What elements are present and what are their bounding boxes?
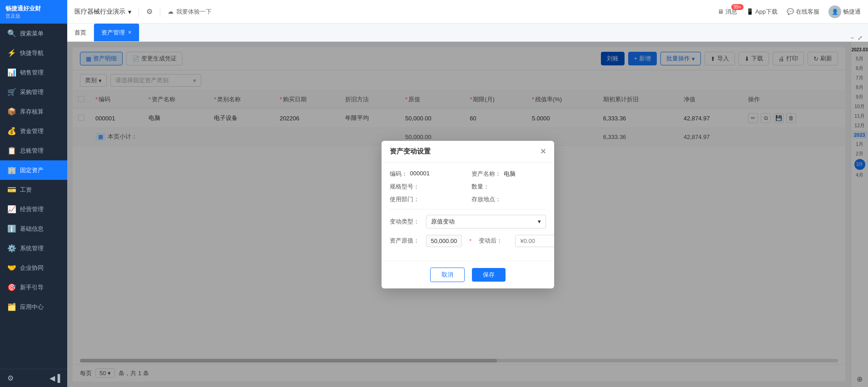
sidebar-item-system[interactable]: ⚙️ 系统管理 bbox=[0, 238, 67, 258]
change-type-value: 原值变动 bbox=[431, 218, 455, 226]
dialog-quantity: 数量： bbox=[471, 183, 546, 191]
app-download-btn[interactable]: 📱 App下载 bbox=[746, 8, 778, 16]
sidebar-item-search[interactable]: 🔍 搜索菜单 bbox=[0, 24, 67, 43]
quick-nav-icon: ⚡ bbox=[7, 49, 15, 57]
original-value-label: 资产原值： bbox=[390, 237, 422, 245]
sidebar-item-fixed-assets[interactable]: 🏢 固定资产 bbox=[0, 160, 67, 180]
app-download-label: App下载 bbox=[755, 8, 778, 16]
after-change-input[interactable] bbox=[515, 235, 554, 247]
sidebar-item-operations[interactable]: 📈 经营管理 bbox=[0, 199, 67, 219]
purchase-icon: 🛒 bbox=[7, 88, 15, 96]
dialog-dept: 使用部门： bbox=[390, 195, 464, 203]
dialog-asset-name-value: 电脑 bbox=[504, 170, 516, 178]
original-value-display: 50,000.00 bbox=[426, 235, 462, 247]
topbar: 医疗器械行业演示 ▾ ⚙ ☁ 我要体验一下 🖥 消息 99+ 📱 App下载 💬… bbox=[67, 0, 868, 24]
dialog-location: 存放地点： bbox=[471, 195, 546, 203]
change-type-control: 原值变动 ▾ bbox=[426, 215, 546, 228]
sidebar-item-sales[interactable]: 📊 销售管理 bbox=[0, 63, 67, 82]
expand-icon[interactable]: ⤢ bbox=[858, 35, 863, 41]
required-star: * bbox=[469, 238, 471, 244]
message-btn[interactable]: 🖥 消息 99+ bbox=[718, 8, 737, 16]
user-profile[interactable]: 👤 畅捷通 bbox=[828, 5, 861, 18]
sidebar-item-label: 固定资产 bbox=[20, 166, 44, 174]
sidebar-item-label: 采购管理 bbox=[20, 88, 44, 96]
user-name: 畅捷通 bbox=[843, 8, 861, 16]
message-icon: 🖥 bbox=[718, 8, 724, 15]
sidebar-item-app-center[interactable]: 🗂️ 应用中心 bbox=[0, 297, 67, 317]
dialog-change-type-row: 变动类型： 原值变动 ▾ bbox=[390, 215, 546, 228]
collab-icon: 🤝 bbox=[7, 263, 15, 272]
settings-button[interactable]: ⚙ bbox=[146, 7, 153, 16]
experience-label: 我要体验一下 bbox=[176, 8, 212, 16]
change-type-select[interactable]: 原值变动 ▾ bbox=[426, 215, 546, 228]
app-download-icon: 📱 bbox=[746, 8, 754, 15]
base-info-icon: ℹ️ bbox=[7, 224, 15, 233]
page-content: ▦ 资产明细 📄 变更生成凭证 刘账 + 新增 bbox=[67, 42, 868, 387]
collapse-icon[interactable]: ◀▐ bbox=[50, 374, 60, 382]
topbar-divider bbox=[139, 7, 139, 16]
dialog-model: 规格型号： bbox=[390, 183, 464, 191]
sidebar-item-base-info[interactable]: ℹ️ 基础信息 bbox=[0, 219, 67, 238]
sidebar-item-label: 新手引导 bbox=[20, 283, 44, 292]
sidebar-bottom: ⚙ ◀▐ bbox=[0, 369, 67, 387]
sidebar-item-inventory[interactable]: 📦 库存核算 bbox=[0, 102, 67, 121]
dialog-body: 编码： 000001 资产名称： 电脑 规格型号： 数量： bbox=[382, 163, 554, 261]
sidebar-item-purchase[interactable]: 🛒 采购管理 bbox=[0, 82, 67, 102]
app-subtitle: 普及版 bbox=[5, 13, 41, 20]
tab-close-icon[interactable]: ✕ bbox=[128, 30, 132, 35]
original-value-control: 50,000.00 bbox=[426, 235, 462, 247]
guide-icon: 🎯 bbox=[7, 283, 15, 292]
tab-home[interactable]: 首页 bbox=[67, 24, 94, 41]
dialog-close-btn[interactable]: ✕ bbox=[540, 147, 546, 156]
sidebar-item-quick-nav[interactable]: ⚡ 快捷导航 bbox=[0, 43, 67, 63]
search-icon: 🔍 bbox=[7, 29, 15, 38]
ledger-icon: 📋 bbox=[7, 146, 15, 155]
online-service-label: 在线客服 bbox=[796, 8, 819, 16]
sidebar-item-label: 应用中心 bbox=[20, 303, 44, 311]
cloud-icon: ☁ bbox=[168, 8, 174, 15]
fixed-assets-icon: 🏢 bbox=[7, 166, 15, 174]
cancel-button[interactable]: 取消 bbox=[430, 268, 465, 282]
sidebar-item-label: 销售管理 bbox=[20, 69, 44, 77]
dialog-original-value-row: 资产原值： 50,000.00 * 变动后： bbox=[390, 235, 546, 247]
dialog-divider bbox=[390, 209, 546, 209]
sidebar-logo: 畅捷通好业财 普及版 bbox=[0, 0, 67, 24]
sidebar-item-label: 经营管理 bbox=[20, 205, 44, 213]
company-name: 医疗器械行业演示 bbox=[74, 8, 125, 16]
sidebar-item-payroll[interactable]: 💳 工资 bbox=[0, 180, 67, 199]
settings-icon[interactable]: ⚙ bbox=[7, 374, 14, 382]
sidebar-item-finance[interactable]: 💰 资金管理 bbox=[0, 121, 67, 141]
topbar-divider2 bbox=[160, 7, 160, 16]
inventory-icon: 📦 bbox=[7, 107, 15, 116]
change-type-label: 变动类型： bbox=[390, 218, 422, 226]
tab-asset-label: 资产管理 bbox=[101, 29, 125, 37]
message-badge: 99+ bbox=[731, 4, 744, 10]
sidebar-item-label: 总账管理 bbox=[20, 147, 44, 155]
dialog-code: 编码： 000001 bbox=[390, 170, 464, 178]
save-button[interactable]: 保存 bbox=[472, 268, 506, 282]
company-selector[interactable]: 医疗器械行业演示 ▾ bbox=[74, 8, 131, 16]
sidebar-item-label: 工资 bbox=[20, 186, 32, 194]
sidebar: 畅捷通好业财 普及版 🔍 搜索菜单 ⚡ 快捷导航 📊 销售管理 🛒 采购管理 📦… bbox=[0, 0, 67, 387]
experience-btn[interactable]: ☁ 我要体验一下 bbox=[168, 8, 212, 16]
sidebar-item-collab[interactable]: 🤝 企业协同 bbox=[0, 258, 67, 278]
sidebar-item-label: 库存核算 bbox=[20, 108, 44, 116]
tab-asset-management[interactable]: 资产管理 ✕ bbox=[94, 24, 139, 41]
payroll-icon: 💳 bbox=[7, 185, 15, 194]
minimize-icon[interactable]: − bbox=[850, 35, 854, 41]
sidebar-item-label: 基础信息 bbox=[20, 225, 44, 233]
online-service-btn[interactable]: 💬 在线客服 bbox=[787, 8, 819, 16]
dialog-header: 资产变动设置 ✕ bbox=[382, 141, 554, 163]
sales-icon: 📊 bbox=[7, 68, 15, 77]
sidebar-item-guide[interactable]: 🎯 新手引导 bbox=[0, 278, 67, 297]
sidebar-item-ledger[interactable]: 📋 总账管理 bbox=[0, 141, 67, 160]
sidebar-item-label: 快捷导航 bbox=[20, 49, 44, 57]
tabbar: 首页 资产管理 ✕ − ⤢ bbox=[67, 24, 868, 42]
tab-home-label: 首页 bbox=[74, 29, 86, 37]
dialog-overlay: 资产变动设置 ✕ 编码： 000001 资产名称： 电脑 bbox=[67, 42, 868, 387]
dialog-footer: 取消 保存 bbox=[382, 261, 554, 288]
asset-change-dialog: 资产变动设置 ✕ 编码： 000001 资产名称： 电脑 bbox=[382, 141, 554, 288]
topbar-right: 🖥 消息 99+ 📱 App下载 💬 在线客服 👤 畅捷通 bbox=[718, 5, 861, 18]
dialog-info-grid: 编码： 000001 资产名称： 电脑 规格型号： 数量： bbox=[390, 170, 546, 203]
chevron-down-icon: ▾ bbox=[128, 8, 131, 15]
